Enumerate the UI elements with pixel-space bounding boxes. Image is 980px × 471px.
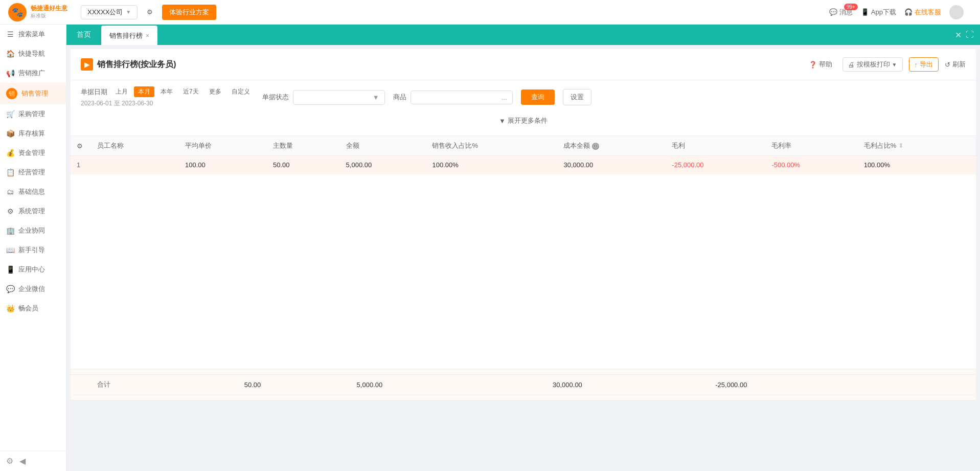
export-icon: ↑	[915, 61, 918, 69]
query-btn[interactable]: 查询	[521, 89, 555, 105]
print-label: 按模板打印	[857, 60, 890, 69]
footer-amount: 5,000.00	[351, 375, 499, 395]
date-option-this-month[interactable]: 本月	[134, 86, 154, 97]
online-service-btn[interactable]: 🎧 在线客服	[904, 8, 941, 17]
sidebar-label-inventory: 库存核算	[18, 129, 45, 138]
back-btn[interactable]: ▶	[81, 58, 93, 71]
status-select[interactable]: ▼	[293, 90, 385, 105]
footer-label: 合计	[91, 375, 190, 395]
sidebar-item-marketing[interactable]: 📢 营销推广	[0, 63, 66, 83]
date-option-this-year[interactable]: 本年	[156, 86, 177, 97]
page-header: ▶ 销售排行榜(按业务员) ❓ 帮助 🖨 按模板打印 ▼	[71, 49, 976, 80]
date-range: 2023-06-01 至 2023-06-30	[81, 99, 254, 108]
company-name: XXXXX公司	[87, 8, 123, 17]
tab-bar: 首页 销售排行榜 × ✕ ⛶	[66, 25, 980, 45]
search-order-icon: ☰	[6, 30, 14, 38]
goods-label: 商品	[393, 93, 406, 102]
sidebar-item-app-center[interactable]: 📱 应用中心	[0, 260, 66, 279]
logo-icon: 🐾	[8, 3, 27, 21]
refresh-btn[interactable]: ↺ 刷新	[945, 60, 966, 69]
goods-input[interactable]: ...	[411, 91, 513, 104]
app-download-label: App下载	[871, 8, 896, 17]
footer-qty: 50.00	[238, 375, 351, 395]
trial-button[interactable]: 体验行业方案	[162, 5, 216, 20]
refresh-label: 刷新	[952, 60, 966, 69]
col-cost: 成本全额 ⓘ	[557, 136, 666, 156]
goods-more-icon[interactable]: ...	[502, 94, 507, 101]
footer-gross-rate	[880, 375, 928, 395]
page-actions: ❓ 帮助 🖨 按模板打印 ▼ ↑ 导出	[805, 57, 966, 72]
sidebar-item-system[interactable]: ⚙ 系统管理	[0, 201, 66, 221]
print-btn[interactable]: 🖨 按模板打印 ▼	[842, 57, 903, 72]
col-settings[interactable]: ⚙	[71, 136, 91, 156]
footer-row: 合计 50.00 5,000.00 30,000.00 -25,000.00	[71, 375, 976, 395]
app-download-btn[interactable]: 📱 App下载	[861, 8, 896, 17]
col-qty: 主数量	[267, 136, 340, 156]
sidebar-item-enterprise[interactable]: 🏢 企业协同	[0, 221, 66, 240]
sidebar-label-operation: 经营管理	[18, 168, 45, 177]
collapse-icon[interactable]: ◀	[19, 456, 26, 466]
sidebar-label-guide: 新手引导	[18, 245, 45, 255]
tab-home[interactable]: 首页	[66, 25, 101, 45]
filter-row: 单据日期 上月 本月 本年 近7天 更多 自定义	[81, 86, 966, 108]
settings-small-btn[interactable]: 设置	[563, 89, 591, 105]
tab-home-label: 首页	[77, 30, 91, 39]
footer-sales-pct	[499, 375, 546, 395]
tab-close-icon[interactable]: ×	[146, 32, 149, 39]
cell-avg-price: 100.00	[179, 156, 267, 174]
topbar-settings-btn[interactable]: ⚙	[142, 4, 158, 20]
help-btn[interactable]: ❓ 帮助	[805, 58, 836, 71]
sidebar-item-member[interactable]: 👑 畅会员	[0, 299, 66, 318]
status-arrow-icon: ▼	[373, 94, 379, 101]
tab-sales-rank-label: 销售排行榜	[109, 31, 143, 40]
notification-btn[interactable]: 💬 消息 99+	[829, 8, 853, 17]
sidebar-bottom: ⚙ ◀	[0, 451, 66, 471]
expand-arrow-icon: ▼	[499, 117, 506, 125]
cost-info-icon: ⓘ	[592, 143, 599, 150]
avatar[interactable]	[949, 5, 964, 19]
date-option-more[interactable]: 更多	[205, 86, 225, 97]
system-icon: ⚙	[6, 207, 14, 215]
col-gross-rate: 毛利率	[765, 136, 857, 156]
base-info-icon: 🗂	[6, 188, 14, 196]
settings-bottom-icon[interactable]: ⚙	[6, 456, 13, 466]
sidebar-item-sales[interactable]: 销 销售管理	[0, 83, 66, 104]
date-options: 上月 本月 本年 近7天 更多 自定义	[111, 86, 254, 97]
tab-sales-rank[interactable]: 销售排行榜 ×	[101, 26, 157, 46]
guide-icon: 📖	[6, 246, 14, 254]
sidebar: ☰ 搜索菜单 🏠 快捷导航 📢 营销推广 销 销售管理 🛒 采购管理 📦 库	[0, 25, 66, 471]
expand-btn[interactable]: ▼ 展开更多条件	[499, 116, 548, 125]
date-option-7days[interactable]: 近7天	[179, 86, 203, 97]
cell-amount: 5,000.00	[340, 156, 426, 174]
sidebar-item-base-info[interactable]: 🗂 基础信息	[0, 182, 66, 201]
logo-area: 🐾 畅捷通好生意 标准版	[8, 3, 75, 21]
company-selector[interactable]: XXXXX公司 ▼	[81, 5, 138, 19]
date-option-last-month[interactable]: 上月	[111, 86, 132, 97]
footer-gross: -25,000.00	[709, 375, 880, 395]
sidebar-item-search-order[interactable]: ☰ 搜索菜单	[0, 25, 66, 44]
tab-close-all-icon[interactable]: ✕	[955, 30, 962, 40]
table-header-row: ⚙ 员工名称 平均单价 主数量 全额 销售收入占比% 成本全额 ⓘ 毛利 毛利率	[71, 136, 976, 156]
sidebar-label-capital: 资金管理	[18, 148, 45, 158]
sidebar-item-inventory[interactable]: 📦 库存核算	[0, 124, 66, 143]
gross-pct-sort-icon[interactable]: ⬍	[898, 142, 904, 149]
sidebar-item-operation[interactable]: 📋 经营管理	[0, 163, 66, 182]
date-option-custom[interactable]: 自定义	[227, 86, 254, 97]
sidebar-item-guide[interactable]: 📖 新手引导	[0, 240, 66, 260]
sidebar-item-purchase[interactable]: 🛒 采购管理	[0, 104, 66, 124]
app-container: 🐾 畅捷通好生意 标准版 XXXXX公司 ▼ ⚙ 体验行业方案 💬 消息 99+…	[0, 0, 980, 471]
top-bar: 🐾 畅捷通好生意 标准版 XXXXX公司 ▼ ⚙ 体验行业方案 💬 消息 99+…	[0, 0, 980, 25]
col-sales-pct: 销售收入占比%	[426, 136, 557, 156]
sidebar-item-quick-nav[interactable]: 🏠 快捷导航	[0, 44, 66, 63]
tab-maximize-icon[interactable]: ⛶	[966, 30, 974, 39]
footer-cell-0	[71, 375, 91, 395]
col-name: 员工名称	[91, 136, 179, 156]
sidebar-label-quick-nav: 快捷导航	[18, 49, 45, 58]
sidebar-label-member: 畅会员	[18, 304, 38, 313]
export-btn[interactable]: ↑ 导出	[909, 57, 939, 72]
date-label: 单据日期	[81, 87, 107, 97]
sidebar-item-capital[interactable]: 💰 资金管理	[0, 143, 66, 163]
help-icon: ❓	[809, 61, 817, 69]
sidebar-item-wechat[interactable]: 💬 企业微信	[0, 279, 66, 299]
logo-title: 畅捷通好生意	[31, 5, 67, 12]
